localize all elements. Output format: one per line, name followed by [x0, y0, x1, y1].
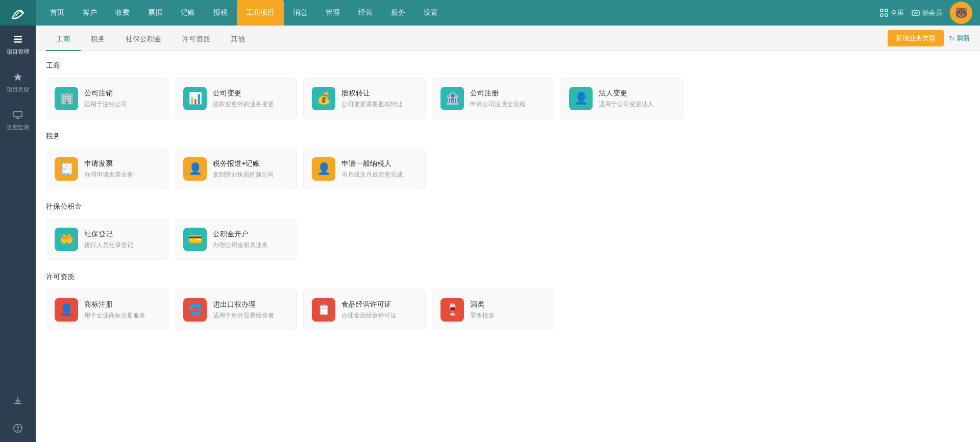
card-title: 酒类 [470, 300, 495, 309]
tab-许可资质[interactable]: 许可资质 [172, 29, 220, 51]
card-icon: 🏢 [55, 87, 78, 110]
new-type-button[interactable]: 新增业务类型 [888, 30, 944, 46]
nav-item-设置[interactable]: 设置 [414, 0, 447, 26]
nav-item-管理[interactable]: 管理 [316, 0, 349, 26]
nav-item-服务[interactable]: 服务 [382, 0, 414, 26]
card-icon: 👤 [312, 157, 335, 181]
svg-marker-8 [14, 73, 22, 81]
service-card[interactable]: 🏢公司注销适用于注销公司 [46, 78, 168, 119]
card-icon: 🧾 [55, 157, 78, 181]
service-card[interactable]: 👤商标注册用于企业商标注册服务 [46, 289, 168, 330]
nav-items: 首页客户收费票据记账报税工商项目消息管理经营服务设置 [36, 0, 880, 26]
service-card[interactable]: 📊公司变更股权变更外的业务变更 [175, 78, 297, 119]
service-card[interactable]: 🌐进出口权办理适用于对外贸易经营者 [175, 289, 297, 330]
card-desc: 当月或次月成变更完成 [341, 170, 403, 179]
sidebar-label-progress: 进度监测 [7, 124, 29, 131]
nav-right: 全屏 畅会员 🐻 [880, 2, 980, 24]
card-desc: 拿到营业执照的新公司 [213, 170, 274, 179]
service-card[interactable]: 🧾申请发票办理申请发票业务 [46, 149, 168, 189]
card-icon: 🏦 [440, 87, 464, 110]
card-title: 申请发票 [84, 159, 133, 168]
card-icon: 💳 [183, 228, 207, 251]
card-text: 申请发票办理申请发票业务 [84, 159, 133, 179]
card-icon: 👤 [183, 157, 207, 181]
app-logo [0, 0, 36, 26]
service-card[interactable]: 👤税务报道+记账拿到营业执照的新公司 [175, 149, 297, 189]
card-text: 商标注册用于企业商标注册服务 [84, 300, 145, 320]
sidebar-bottom [0, 387, 36, 442]
cards-grid: 👤商标注册用于企业商标注册服务🌐进出口权办理适用于对外贸易经营者📋食品经营许可证… [46, 289, 970, 330]
vip-label: 畅会员 [922, 8, 942, 17]
card-text: 社保登记进行人员社保登记 [84, 230, 133, 250]
service-card[interactable]: 🍷酒类零售批发 [432, 289, 554, 330]
nav-item-首页[interactable]: 首页 [41, 0, 74, 26]
card-desc: 办理公积金相关业务 [213, 241, 268, 250]
svg-rect-10 [14, 403, 21, 404]
star-icon [12, 71, 24, 83]
card-icon: 🤲 [55, 228, 78, 251]
svg-rect-1 [885, 9, 888, 12]
fullscreen-label: 全屏 [891, 8, 904, 17]
tabs-actions: 新增业务类型 ↻ 刷新 [888, 30, 970, 51]
svg-rect-0 [880, 9, 883, 12]
sidebar-item-download[interactable] [0, 387, 36, 414]
vip-button[interactable]: 畅会员 [912, 8, 942, 17]
sidebar-item-project-management[interactable]: 项目管理 [0, 26, 36, 63]
sidebar-item-project-type[interactable]: 项目类型 [0, 63, 36, 101]
nav-item-票据[interactable]: 票据 [139, 0, 172, 26]
section-title: 许可资质 [46, 273, 970, 282]
service-card[interactable]: 💳公积金开户办理公积金相关业务 [175, 219, 297, 260]
main-layout: 项目管理 项目类型 进度监测 [0, 26, 980, 442]
card-desc: 公司变更需要股权转让 [341, 100, 403, 109]
nav-item-收费[interactable]: 收费 [106, 0, 139, 26]
section-许可资质: 许可资质👤商标注册用于企业商标注册服务🌐进出口权办理适用于对外贸易经营者📋食品经… [46, 273, 970, 330]
svg-point-12 [17, 430, 18, 431]
card-text: 法人变更适用于公司变更法人 [599, 89, 654, 109]
section-title: 社保公积金 [46, 202, 970, 211]
scroll-content[interactable]: 工商🏢公司注销适用于注销公司📊公司变更股权变更外的业务变更💰股权转让公司变更需要… [36, 51, 980, 442]
svg-rect-6 [14, 39, 22, 40]
card-desc: 进行人员社保登记 [84, 241, 133, 250]
svg-rect-9 [14, 111, 22, 117]
content-area: 工商税务社保公积金许可资质其他 新增业务类型 ↻ 刷新 工商🏢公司注销适用于注销… [36, 26, 980, 442]
service-card[interactable]: 📋食品经营许可证办理食品经营许可证 [303, 289, 426, 330]
card-title: 股权转让 [341, 89, 403, 98]
nav-item-工商项目[interactable]: 工商项目 [237, 0, 284, 26]
nav-item-记账[interactable]: 记账 [172, 0, 204, 26]
service-card[interactable]: 🏦公司注册申请公司注册全流程 [432, 78, 554, 119]
tab-社保公积金[interactable]: 社保公积金 [115, 29, 172, 51]
card-text: 食品经营许可证办理食品经营许可证 [341, 300, 397, 320]
nav-item-消息[interactable]: 消息 [284, 0, 316, 26]
card-title: 公司变更 [213, 89, 274, 98]
card-desc: 适用于对外贸易经营者 [213, 311, 274, 320]
card-text: 酒类零售批发 [470, 300, 495, 320]
tab-税务[interactable]: 税务 [81, 29, 115, 51]
nav-item-客户[interactable]: 客户 [74, 0, 106, 26]
service-card[interactable]: 👤申请一般纳税人当月或次月成变更完成 [303, 149, 426, 189]
svg-rect-2 [880, 14, 883, 16]
tab-其他[interactable]: 其他 [220, 29, 255, 51]
card-icon: 📋 [312, 298, 335, 322]
service-card[interactable]: 👤法人变更适用于公司变更法人 [560, 78, 683, 119]
card-desc: 办理申请发票业务 [84, 170, 133, 179]
section-title: 税务 [46, 132, 970, 141]
card-title: 商标注册 [84, 300, 145, 309]
card-desc: 适用于注销公司 [84, 100, 127, 109]
nav-item-经营[interactable]: 经营 [349, 0, 382, 26]
card-title: 税务报道+记账 [213, 159, 274, 168]
card-title: 公司注销 [84, 89, 127, 98]
service-card[interactable]: 🤲社保登记进行人员社保登记 [46, 219, 168, 260]
card-text: 申请一般纳税人当月或次月成变更完成 [341, 159, 403, 179]
sidebar: 项目管理 项目类型 进度监测 [0, 26, 36, 442]
card-text: 股权转让公司变更需要股权转让 [341, 89, 403, 109]
sidebar-item-help[interactable] [0, 414, 36, 442]
nav-item-报税[interactable]: 报税 [204, 0, 237, 26]
fullscreen-button[interactable]: 全屏 [880, 8, 904, 17]
service-card[interactable]: 💰股权转让公司变更需要股权转让 [303, 78, 426, 119]
sidebar-item-progress-monitor[interactable]: 进度监测 [0, 101, 36, 139]
download-icon [12, 395, 24, 407]
refresh-label: 刷新 [957, 34, 970, 43]
refresh-button[interactable]: ↻ 刷新 [949, 34, 970, 43]
tab-工商[interactable]: 工商 [46, 29, 81, 51]
tabs-bar: 工商税务社保公积金许可资质其他 新增业务类型 ↻ 刷新 [36, 26, 980, 51]
